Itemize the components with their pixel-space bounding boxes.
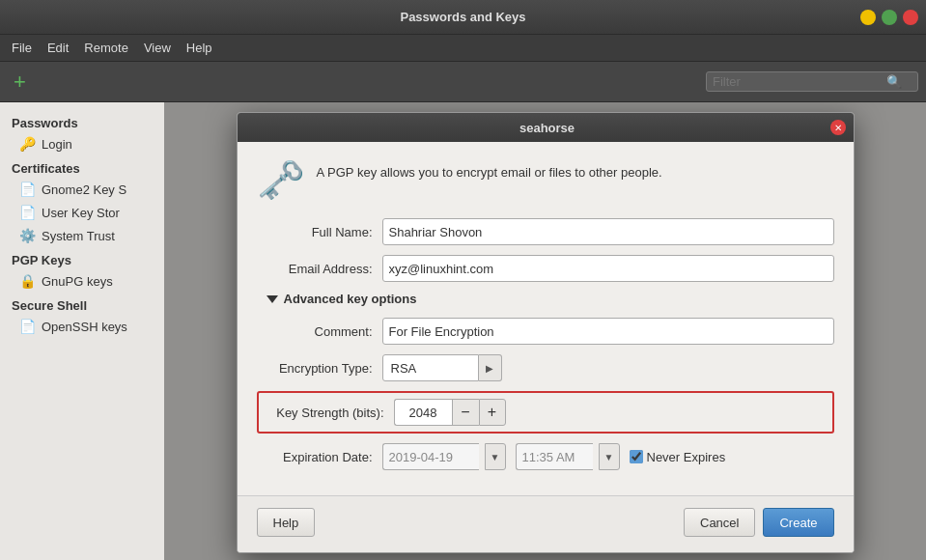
expiration-date-arrow-button[interactable]: ▼ bbox=[485, 443, 506, 470]
dialog-title: seahorse bbox=[265, 121, 830, 135]
minimize-button[interactable] bbox=[860, 10, 876, 25]
sidebar-item-gnome2[interactable]: 📄 Gnome2 Key S bbox=[0, 178, 164, 201]
dialog-titlebar: seahorse ✕ bbox=[238, 113, 854, 142]
sidebar-item-openssh[interactable]: 📄 OpenSSH keys bbox=[0, 315, 164, 338]
sidebar-item-userkeystore[interactable]: 📄 User Key Stor bbox=[0, 201, 164, 224]
section-passwords: Passwords bbox=[0, 110, 164, 132]
menu-help[interactable]: Help bbox=[179, 37, 220, 59]
menu-remote[interactable]: Remote bbox=[76, 37, 136, 59]
expiration-row: Expiration Date: ▼ ▼ Never Expires bbox=[257, 443, 834, 470]
key-strength-value: 2048 bbox=[394, 399, 452, 426]
filter-input[interactable] bbox=[713, 74, 886, 89]
email-row: Email Address: bbox=[257, 255, 834, 282]
advanced-toggle[interactable]: Advanced key options bbox=[257, 292, 834, 306]
sidebar-item-login[interactable]: 🔑 Login bbox=[0, 132, 164, 155]
email-label: Email Address: bbox=[257, 262, 382, 276]
main-window: Passwords and Keys File Edit Remote View… bbox=[0, 0, 926, 560]
fullname-input[interactable] bbox=[382, 218, 834, 245]
footer-right-buttons: Cancel Create bbox=[684, 508, 834, 537]
expiration-time-arrow-button[interactable]: ▼ bbox=[599, 443, 620, 470]
content-area: Passwords 🔑 Login Certificates 📄 Gnome2 … bbox=[0, 102, 926, 560]
never-expires-container: Never Expires bbox=[630, 450, 726, 464]
enctype-value: RSA bbox=[382, 354, 479, 381]
gnupg-icon: 🔒 bbox=[19, 273, 36, 289]
sidebar-item-gnupg-label: GnuPG keys bbox=[42, 274, 113, 289]
sidebar-item-systemtrust-label: System Trust bbox=[42, 229, 115, 243]
never-expires-label[interactable]: Never Expires bbox=[647, 450, 726, 464]
menu-file[interactable]: File bbox=[4, 37, 40, 59]
close-button[interactable] bbox=[903, 10, 918, 25]
section-certificates: Certificates bbox=[0, 155, 164, 178]
section-pgpkeys: PGP Keys bbox=[0, 247, 164, 269]
titlebar: Passwords and Keys bbox=[0, 0, 926, 35]
openssh-icon: 📄 bbox=[19, 319, 36, 334]
toolbar: + 🔍 bbox=[0, 62, 926, 102]
add-button[interactable]: + bbox=[8, 68, 32, 97]
expiration-label: Expiration Date: bbox=[257, 450, 382, 464]
fullname-label: Full Name: bbox=[257, 225, 382, 239]
expiration-date-input[interactable] bbox=[382, 443, 479, 470]
key-strength-increase-button[interactable]: + bbox=[479, 399, 506, 426]
cancel-button[interactable]: Cancel bbox=[684, 508, 755, 537]
advanced-label: Advanced key options bbox=[284, 292, 417, 306]
dialog-body: 🗝️ A PGP key allows you to encrypt email… bbox=[238, 142, 854, 495]
comment-row: Comment: bbox=[257, 318, 834, 345]
dialog-intro-text: A PGP key allows you to encrypt email or… bbox=[317, 157, 662, 182]
create-button[interactable]: Create bbox=[763, 508, 833, 537]
dialog: seahorse ✕ 🗝️ A PGP key allows you to en… bbox=[237, 112, 855, 553]
dialog-footer: Help Cancel Create bbox=[238, 495, 854, 552]
collapse-icon bbox=[267, 295, 278, 303]
key-strength-controls: 2048 − + bbox=[394, 399, 506, 426]
section-secureshell: Secure Shell bbox=[0, 293, 164, 315]
window-title: Passwords and Keys bbox=[66, 10, 860, 24]
sidebar-item-systemtrust[interactable]: ⚙️ System Trust bbox=[0, 224, 164, 247]
email-input[interactable] bbox=[382, 255, 834, 282]
key-strength-label: Key Strength (bits): bbox=[268, 406, 394, 420]
enctype-arrow-button[interactable]: ▶ bbox=[479, 354, 502, 381]
fullname-row: Full Name: bbox=[257, 218, 834, 245]
sidebar: Passwords 🔑 Login Certificates 📄 Gnome2 … bbox=[0, 102, 164, 560]
pgp-key-icon: 🗝️ bbox=[257, 157, 305, 203]
gnome2-icon: 📄 bbox=[19, 182, 36, 197]
expiration-date-container: ▼ ▼ Never Expires bbox=[382, 443, 726, 470]
sidebar-item-gnome2-label: Gnome2 Key S bbox=[42, 182, 126, 197]
expiration-time-input[interactable] bbox=[516, 443, 593, 470]
dialog-intro: 🗝️ A PGP key allows you to encrypt email… bbox=[257, 157, 834, 203]
help-button[interactable]: Help bbox=[257, 508, 316, 537]
never-expires-checkbox[interactable] bbox=[630, 450, 643, 463]
sidebar-item-login-label: Login bbox=[42, 137, 72, 152]
search-icon: 🔍 bbox=[886, 74, 902, 89]
dialog-overlay: seahorse ✕ 🗝️ A PGP key allows you to en… bbox=[164, 102, 926, 560]
sidebar-item-gnupg[interactable]: 🔒 GnuPG keys bbox=[0, 269, 164, 293]
dialog-close-button[interactable]: ✕ bbox=[830, 120, 846, 135]
sidebar-item-userkeystore-label: User Key Stor bbox=[42, 206, 120, 220]
enctype-select-container: RSA ▶ bbox=[382, 354, 502, 381]
enctype-row: Encryption Type: RSA ▶ bbox=[257, 354, 834, 381]
maximize-button[interactable] bbox=[882, 10, 897, 25]
menu-edit[interactable]: Edit bbox=[40, 37, 76, 59]
menubar: File Edit Remote View Help bbox=[0, 35, 926, 62]
systemtrust-icon: ⚙️ bbox=[19, 228, 36, 243]
main-panel: seahorse ✕ 🗝️ A PGP key allows you to en… bbox=[164, 102, 926, 560]
key-strength-decrease-button[interactable]: − bbox=[452, 399, 479, 426]
menu-view[interactable]: View bbox=[136, 37, 179, 59]
filter-box: 🔍 bbox=[706, 71, 918, 92]
userkeystore-icon: 📄 bbox=[19, 205, 36, 220]
key-strength-container: Key Strength (bits): 2048 − + bbox=[257, 391, 834, 434]
login-icon: 🔑 bbox=[19, 136, 36, 152]
comment-input[interactable] bbox=[382, 318, 834, 345]
comment-label: Comment: bbox=[257, 324, 382, 339]
sidebar-item-openssh-label: OpenSSH keys bbox=[42, 320, 127, 334]
window-controls bbox=[860, 10, 918, 25]
enctype-label: Encryption Type: bbox=[257, 361, 382, 376]
